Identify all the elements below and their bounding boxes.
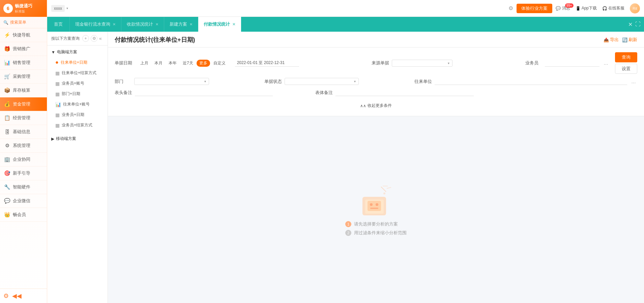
- maximize-icon[interactable]: ⛶: [635, 21, 641, 27]
- dept-col: 部门 ▾: [115, 78, 209, 85]
- sidebar-item-inventory[interactable]: 📦 库存核算: [0, 84, 47, 97]
- date-btn-this-month[interactable]: 本月: [152, 59, 165, 67]
- export-btn[interactable]: 📤 导出: [604, 37, 619, 43]
- sidebar-item-guide[interactable]: 🎯 新手引导: [0, 166, 47, 180]
- tab-new-scheme-close[interactable]: ✕: [189, 22, 193, 27]
- user-avatar[interactable]: Rit: [630, 3, 640, 13]
- tab-receipt-stats[interactable]: 收款情况统计 ✕: [121, 17, 164, 32]
- staff-input[interactable]: [545, 60, 599, 67]
- counterpart-settle-icon: ▦: [55, 70, 60, 76]
- scheme-item-staff-date[interactable]: ▦ 业务员+日期: [47, 110, 108, 120]
- sidebar-item-member[interactable]: 👑 畅会员: [0, 208, 47, 222]
- sidebar-item-basic[interactable]: 🗄 基础信息: [0, 125, 47, 139]
- tab-bank-flow-label: 现金银行流水查询: [75, 21, 110, 27]
- header-note-input[interactable]: [135, 89, 273, 96]
- tab-payment-stats-label: 付款情况统计: [204, 21, 230, 27]
- tab-payment-stats[interactable]: 付款情况统计 ✕: [198, 17, 241, 32]
- query-btn[interactable]: 查询: [615, 52, 637, 62]
- date-btn-last-month[interactable]: 上月: [138, 59, 151, 67]
- counterpart-col: 往来单位 …: [414, 78, 637, 85]
- sidebar-item-fund[interactable]: 💰 资金管理: [0, 97, 47, 111]
- date-btn-custom[interactable]: 自定义: [211, 59, 228, 67]
- date-btn-more[interactable]: 更多: [197, 60, 210, 67]
- settings-footer-btn[interactable]: ⚙: [3, 292, 9, 300]
- mobile-group-title[interactable]: ▶ 移动端方案: [47, 134, 108, 144]
- trial-button[interactable]: 体验行业方案: [517, 4, 552, 13]
- staff-ellipsis-btn[interactable]: …: [602, 60, 610, 66]
- left-panel-header: 按以下方案查询 + ⚙ «: [47, 32, 108, 46]
- sidebar-item-purchase[interactable]: 🛒 采购管理: [0, 70, 47, 84]
- settings-icon: ⚙: [92, 36, 96, 41]
- scheme-item-counterpart-account[interactable]: 📊 往来单位+账号: [47, 99, 108, 110]
- body-note-input[interactable]: [335, 89, 473, 96]
- tab-bank-flow[interactable]: 现金银行流水查询 ✕: [70, 17, 121, 32]
- source-voucher-label: 来源单据: [372, 60, 389, 66]
- date-range-input[interactable]: [235, 60, 299, 67]
- sidebar-item-business[interactable]: 📋 经营管理: [0, 111, 47, 125]
- messages-btn[interactable]: 💬 消息 99+: [556, 5, 570, 11]
- date-btn-this-year[interactable]: 本年: [166, 59, 179, 67]
- refresh-btn[interactable]: 🔄 刷新: [622, 37, 637, 43]
- sidebar-item-label: 销售管理: [13, 60, 30, 66]
- counterpart-input[interactable]: [435, 78, 627, 85]
- scheme-item-label: 往来单位+日期: [61, 60, 87, 65]
- tab-bank-flow-close[interactable]: ✕: [113, 22, 116, 27]
- sidebar-item-wechat[interactable]: 💬 企业微信: [0, 194, 47, 208]
- scheme-item-staff-account[interactable]: ▦ 业务员+账号: [47, 78, 108, 89]
- collapse-panel-btn[interactable]: «: [99, 36, 102, 41]
- sidebar-item-quick-nav[interactable]: ⚡ 快捷导航: [0, 28, 47, 42]
- sidebar-item-corp[interactable]: 🏢 企业协同: [0, 153, 47, 166]
- corp-icon: 🏢: [4, 156, 10, 162]
- hardware-icon: 🔧: [4, 184, 10, 190]
- online-service-btn[interactable]: 🎧 在线客服: [602, 5, 624, 11]
- scheme-item-counterpart-date[interactable]: ● 往来单位+日期: [47, 57, 108, 68]
- inventory-icon: 📦: [4, 87, 10, 93]
- message-badge: 99+: [565, 3, 574, 8]
- export-icon: 📤: [604, 37, 609, 42]
- sidebar-item-marketing[interactable]: 🎁 营销推广: [0, 42, 47, 56]
- voucher-status-col: 单据状态 ▾: [264, 78, 359, 85]
- counterpart-ellipsis-btn[interactable]: …: [630, 79, 637, 84]
- source-voucher-select[interactable]: ▾: [392, 60, 452, 67]
- scheme-item-counterpart-settle[interactable]: ▦ 往来单位+结算方式: [47, 68, 108, 78]
- collapse-sidebar-btn[interactable]: ◀◀: [12, 292, 22, 300]
- address-chevron-icon[interactable]: ▾: [66, 6, 68, 10]
- desktop-group-title[interactable]: ▼ 电脑端方案: [47, 47, 108, 57]
- add-scheme-btn[interactable]: +: [82, 35, 89, 42]
- svg-point-3: [370, 203, 373, 206]
- collapse-arrow-icon: ∧∧: [360, 103, 366, 108]
- tab-payment-close[interactable]: ✕: [232, 22, 235, 27]
- sidebar-item-system[interactable]: ⚙ 系统管理: [0, 139, 47, 153]
- scheme-item-dept-date[interactable]: ▦ 部门+日期: [47, 89, 108, 99]
- scheme-item-staff-settle[interactable]: ▦ 业务员+结算方式: [47, 120, 108, 130]
- logo-icon: 6: [3, 4, 13, 13]
- date-btn-7days[interactable]: 近7天: [180, 59, 196, 67]
- voucher-status-label: 单据状态: [264, 79, 282, 85]
- dept-select[interactable]: ▾: [134, 78, 209, 85]
- desktop-group-label: 电脑端方案: [57, 49, 77, 55]
- tab-home[interactable]: 首页: [47, 17, 70, 32]
- tab-new-scheme[interactable]: 新建方案 ✕: [164, 17, 198, 32]
- scheme-settings-btn[interactable]: ⚙: [91, 35, 97, 42]
- desktop-group-arrow: ▼: [51, 50, 55, 55]
- sidebar-logo: 6 畅捷通巧 标准版: [0, 0, 47, 17]
- topbar: xxxx ▾ ⚙ 体验行业方案 💬 消息 99+ 📱 App下载 🎧 在线客服 …: [47, 0, 644, 17]
- topbar-gear-icon[interactable]: ⚙: [508, 5, 513, 11]
- topbar-address: xxxx ▾: [51, 5, 505, 12]
- sidebar-item-hardware[interactable]: 🔧 智能硬件: [0, 180, 47, 194]
- desktop-scheme-group: ▼ 电脑端方案 ● 往来单位+日期 ▦ 往来单位+结算方式 ▦ 业务员+账号 ▦: [47, 46, 108, 132]
- scheme-item-label: 部门+日期: [62, 91, 80, 97]
- settings-btn[interactable]: 设置: [615, 64, 637, 74]
- sidebar-search[interactable]: 🔍 搜索菜单: [0, 17, 47, 28]
- collapse-more-btn[interactable]: ∧∧ 收起更多条件: [115, 100, 637, 111]
- tab-receipt-close[interactable]: ✕: [155, 22, 158, 27]
- sidebar-item-sales[interactable]: 📊 销售管理: [0, 56, 47, 70]
- tabbar: 首页 现金银行流水查询 ✕ 收款情况统计 ✕ 新建方案 ✕ 付款情况统计 ✕ ✕…: [47, 17, 644, 32]
- voucher-status-select[interactable]: ▾: [285, 78, 359, 85]
- app-download-btn[interactable]: 📱 App下载: [576, 5, 597, 11]
- content-area: 按以下方案查询 + ⚙ « ▼ 电脑端方案 ●: [47, 32, 644, 303]
- svg-rect-5: [370, 208, 378, 209]
- sidebar: 6 畅捷通巧 标准版 🔍 搜索菜单 ⚡ 快捷导航 🎁 营销推广 📊 销售管理 🛒…: [0, 0, 47, 303]
- empty-hints: 1 请先选择要分析的方案 2 用过滤条件来缩小分析范围: [345, 221, 407, 236]
- close-tab-icon[interactable]: ✕: [628, 21, 633, 28]
